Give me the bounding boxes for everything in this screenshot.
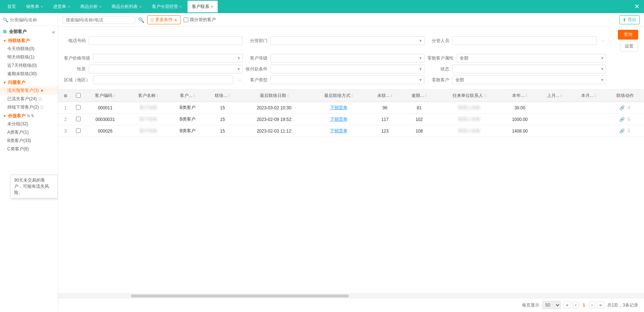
nav-customer-tier[interactable]: 客户分层经营 × xyxy=(148,1,186,12)
row-check-2[interactable] xyxy=(76,117,81,121)
search-button[interactable]: 🔍 xyxy=(138,17,144,23)
row-last-method-1[interactable]: 下销货单 xyxy=(310,102,368,114)
nav-sales-close[interactable]: × xyxy=(41,4,43,9)
nav-analysis[interactable]: 商品分析 × xyxy=(76,1,106,12)
filter-person-ellipsis[interactable]: ··· xyxy=(600,38,606,43)
row-last-method-2[interactable]: 下销货单 xyxy=(310,114,368,125)
th-this-year[interactable]: 本年...↕ xyxy=(502,90,538,102)
th-no-contact[interactable]: 未联...↕ xyxy=(368,90,402,102)
row-last-date-3: 2023-02-03 11:12: xyxy=(240,125,309,137)
th-contact[interactable]: 联络...↕ xyxy=(205,90,240,102)
first-page-button[interactable]: « xyxy=(564,301,571,309)
sidebar-item-churn-warning[interactable]: 流失预警客户(3) ● xyxy=(0,86,58,95)
next-page-button[interactable]: › xyxy=(589,301,595,309)
row-code-3: 000026 xyxy=(84,125,127,137)
sidebar-item-class-a[interactable]: A类客户(1) xyxy=(0,128,58,137)
filter-input-region[interactable] xyxy=(93,76,233,84)
filter-select-dept[interactable] xyxy=(270,36,424,45)
sidebar-item-churned[interactable]: 已流失客户(24) ⓘ xyxy=(0,95,58,103)
sidebar-all-customers[interactable]: ⊞ 全部客户 « xyxy=(0,27,58,36)
th-this-month[interactable]: 本月...↕ xyxy=(572,90,606,102)
nav-customer-contact-close[interactable]: × xyxy=(211,4,213,9)
row-type-1: B类客户 xyxy=(170,102,205,114)
th-name[interactable]: 客户名称↕ xyxy=(127,90,170,102)
th-overdue[interactable]: 逾期...↕ xyxy=(402,90,436,102)
sidebar-item-class-c[interactable]: C类客户(6) xyxy=(0,145,58,153)
row-checkbox-1[interactable] xyxy=(73,102,84,114)
row-checkbox-2[interactable] xyxy=(73,114,84,125)
prev-page-button[interactable]: ‹ xyxy=(572,301,579,309)
row-action-2[interactable]: 🔗 ⠿ xyxy=(606,114,644,125)
row-action-1[interactable]: 🔗 ⠿ xyxy=(606,102,644,114)
sidebar-section-pending[interactable]: ▼ 待联络客户 xyxy=(0,36,58,45)
select-all-checkbox[interactable] xyxy=(76,93,81,98)
nav-analysis-close[interactable]: × xyxy=(99,4,101,9)
th-code[interactable]: 客户编码↕ xyxy=(84,90,127,102)
filter-select-status[interactable] xyxy=(452,65,606,73)
sidebar-section-value[interactable]: ▼ 价值客户 ↻ ✎ xyxy=(0,112,58,120)
search-input[interactable] xyxy=(66,17,132,23)
sidebar-search-input[interactable] xyxy=(10,17,55,23)
th-last-date[interactable]: 最后联络日期↕ xyxy=(240,90,309,102)
th-settings[interactable]: ⚙ xyxy=(58,90,73,102)
action-link-icon-2[interactable]: 🔗 xyxy=(619,117,625,122)
action-link-icon-1[interactable]: 🔗 xyxy=(619,105,625,110)
action-link-icon-3[interactable]: 🔗 xyxy=(619,129,625,134)
filter-select-tier[interactable] xyxy=(270,54,424,62)
sidebar-item-declining[interactable]: 持续下滑客户(2) ⓘ xyxy=(0,103,58,112)
setting-button[interactable]: 设置 xyxy=(620,41,638,52)
filter-select-nature[interactable] xyxy=(89,65,243,73)
th-contact2[interactable]: 往来单位联系人↕ xyxy=(436,90,502,102)
nav-customer-tier-close[interactable]: × xyxy=(180,4,182,9)
sidebar-item-class-b[interactable]: B类客户(33) xyxy=(0,137,58,145)
filter-region-ellipsis[interactable]: ··· xyxy=(236,77,243,82)
export-button[interactable]: ⬆ 导出 xyxy=(619,15,640,24)
filter-icon: ▽ xyxy=(150,17,154,23)
sidebar-section-problem[interactable]: ▼ 问题客户 xyxy=(0,78,58,86)
sidebar-item-overdue[interactable]: 逾期未联络(30) xyxy=(0,70,58,78)
action-menu-icon-1[interactable]: ⠿ xyxy=(627,105,631,110)
filter-input-phone[interactable] xyxy=(89,36,243,45)
sidebar-item-today[interactable]: 今天待联络(0) xyxy=(0,45,58,53)
sidebar-item-ungrouped[interactable]: 未分组(32) xyxy=(0,120,58,128)
sidebar-item-tomorrow[interactable]: 明天待联络(1) xyxy=(0,53,58,61)
my-customer-checkbox-wrap[interactable]: 我分管的客户 xyxy=(184,17,216,23)
more-filter-button[interactable]: ▽ 更多条件 ∧ xyxy=(147,15,181,24)
filter-select-retail-attr[interactable]: 全部 xyxy=(456,54,606,62)
nav-analysis-list-close[interactable]: × xyxy=(139,4,141,9)
filter-select-retail[interactable]: 全部 xyxy=(452,76,606,84)
my-customer-checkbox[interactable] xyxy=(184,17,188,22)
nav-purchase[interactable]: 进货单 × xyxy=(49,1,74,12)
row-check-1[interactable] xyxy=(76,105,81,110)
window-close-button[interactable]: ✕ xyxy=(633,1,641,12)
action-menu-icon-3[interactable]: ⠿ xyxy=(627,129,631,134)
row-checkbox-3[interactable] xyxy=(73,125,84,137)
th-type[interactable]: 客户...↕ xyxy=(170,90,205,102)
last-page-button[interactable]: » xyxy=(597,301,604,309)
filter-label-customer-type: 客户类型 xyxy=(246,77,267,83)
row-last-method-3[interactable]: 下销货单 xyxy=(310,125,368,137)
query-button[interactable]: 查询 xyxy=(618,30,638,40)
filter-select-payment[interactable] xyxy=(270,65,424,73)
refresh-icon[interactable]: ↻ xyxy=(27,114,30,118)
th-last-month[interactable]: 上月...↕ xyxy=(538,90,572,102)
edit-icon[interactable]: ✎ xyxy=(31,114,34,118)
sidebar-item-7days[interactable]: 近7天待联络(0) xyxy=(0,61,58,70)
sidebar-collapse-button[interactable]: « xyxy=(52,29,55,35)
action-menu-icon-2[interactable]: ⠿ xyxy=(627,117,631,122)
row-check-3[interactable] xyxy=(76,128,81,133)
per-page-select[interactable]: 50 100 200 xyxy=(542,301,561,309)
filter-input-person[interactable] xyxy=(452,36,597,45)
nav-home[interactable]: 首页 xyxy=(3,1,20,12)
th-last-method[interactable]: 最后联络方式↕ xyxy=(310,90,368,102)
nav-sales[interactable]: 销售单 × xyxy=(22,1,47,12)
row-action-3[interactable]: 🔗 ⠿ xyxy=(606,125,644,137)
nav-purchase-close[interactable]: × xyxy=(68,4,70,9)
filter-select-price-tier[interactable] xyxy=(93,54,243,62)
horizontal-scrollbar[interactable] xyxy=(58,293,644,298)
nav-analysis-list[interactable]: 商品分析列表 × xyxy=(107,1,146,12)
scroll-thumb[interactable] xyxy=(131,295,349,297)
th-checkbox[interactable] xyxy=(73,90,84,102)
filter-select-customer-type[interactable] xyxy=(270,76,424,84)
nav-customer-contact[interactable]: 客户联系 × xyxy=(188,1,217,12)
